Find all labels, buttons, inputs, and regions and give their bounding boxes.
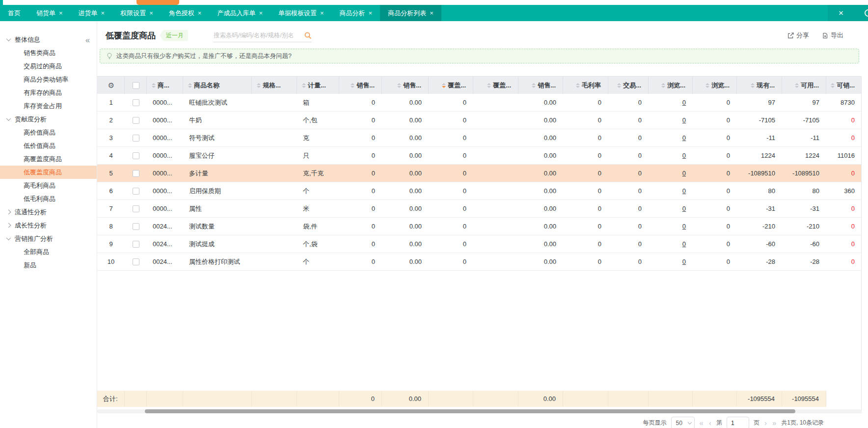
table-row-3[interactable]: 30000...符号测试克00.0000.000000-11-110 (97, 129, 861, 147)
row-checkbox[interactable] (133, 205, 139, 212)
column-header-毛利率[interactable]: 毛利率 (563, 77, 608, 94)
views-link[interactable]: 0 (682, 99, 686, 106)
next-page-button[interactable]: › (764, 419, 767, 427)
tab-商品分析列表[interactable]: 商品分析列表× (380, 5, 441, 21)
prev-page-button[interactable]: ‹ (708, 419, 712, 427)
tab-首页[interactable]: 首页 (0, 5, 28, 21)
share-button[interactable]: 分享 (787, 31, 809, 40)
page-size-select[interactable]: 50 (671, 417, 695, 428)
tab-进货单[interactable]: 进货单× (71, 5, 113, 21)
sort-caret-icon[interactable] (532, 83, 536, 88)
tab-权限设置[interactable]: 权限设置× (112, 5, 161, 21)
scrollbar-thumb[interactable] (145, 409, 795, 413)
sort-caret-icon[interactable] (617, 83, 621, 88)
tab-overflow-icon[interactable] (865, 9, 868, 17)
gear-icon[interactable]: ⚙ (108, 81, 114, 90)
column-header-gear[interactable]: ⚙ (97, 77, 125, 94)
views-link[interactable]: 0 (682, 240, 686, 248)
sidebar-item-高覆盖度商品[interactable]: 高覆盖度商品 (0, 152, 97, 166)
tab-close-icon[interactable]: × (101, 9, 105, 17)
tab-单据模板设置[interactable]: 单据模板设置× (271, 5, 332, 21)
last-page-button[interactable]: » (772, 419, 777, 427)
views-link[interactable]: 0 (682, 205, 686, 212)
row-checkbox[interactable] (133, 117, 139, 124)
sort-caret-icon[interactable] (351, 83, 354, 88)
search-input[interactable] (214, 32, 304, 39)
tab-close-icon[interactable]: × (430, 9, 434, 17)
sidebar-group-成长性分析[interactable]: 成长性分析 (0, 219, 97, 232)
tab-close-icon[interactable]: × (59, 9, 63, 17)
horizontal-scrollbar[interactable] (97, 409, 862, 413)
column-header-check[interactable] (125, 77, 147, 94)
column-header-计量...[interactable]: 计量... (297, 77, 339, 94)
table-row-7[interactable]: 70000...属性米00.0000.000000-31-310 (97, 200, 861, 218)
sidebar-item-高价值商品[interactable]: 高价值商品 (0, 126, 97, 139)
tab-close-icon[interactable]: × (259, 9, 263, 17)
sidebar-collapse-button[interactable]: « (85, 36, 90, 45)
views-link[interactable]: 0 (682, 116, 686, 124)
tab-close-icon[interactable]: × (369, 9, 373, 17)
sort-caret-icon[interactable] (302, 83, 306, 88)
sidebar-group-整体信息[interactable]: 整体信息 (0, 33, 97, 46)
column-header-浏览...[interactable]: 浏览... (649, 77, 693, 94)
sort-caret-icon[interactable] (397, 83, 401, 88)
sort-caret-icon[interactable] (705, 83, 709, 88)
views-link[interactable]: 0 (682, 258, 686, 265)
table-row-9[interactable]: 90024...测试提成个,袋00.0000.000000-60-600 (97, 235, 861, 253)
tab-close-icon[interactable]: × (149, 9, 153, 17)
sort-caret-icon[interactable] (257, 83, 261, 88)
column-header-销售...[interactable]: 销售... (339, 77, 382, 94)
column-header-交易...[interactable]: 交易... (608, 77, 649, 94)
row-checkbox[interactable] (133, 188, 139, 195)
sidebar-item-低价值商品[interactable]: 低价值商品 (0, 139, 97, 152)
sidebar-group-流通性分析[interactable]: 流通性分析 (0, 205, 97, 219)
first-page-button[interactable]: « (699, 419, 704, 427)
column-header-浏览...[interactable]: 浏览... (693, 77, 737, 94)
tab-角色授权[interactable]: 角色授权× (161, 5, 210, 21)
search-icon[interactable] (304, 31, 312, 39)
sidebar-item-低覆盖度商品[interactable]: 低覆盖度商品 (0, 166, 97, 179)
export-button[interactable]: 导出 (822, 31, 843, 40)
sort-caret-icon[interactable] (661, 83, 665, 88)
sidebar-item-销售类商品[interactable]: 销售类商品 (0, 46, 97, 59)
sidebar-group-贡献度分析[interactable]: 贡献度分析 (0, 113, 97, 126)
sidebar-item-高毛利商品[interactable]: 高毛利商品 (0, 179, 97, 192)
row-checkbox[interactable] (133, 223, 139, 230)
sort-caret-icon[interactable] (152, 83, 156, 88)
sidebar-item-有库存的商品[interactable]: 有库存的商品 (0, 86, 97, 99)
views-link[interactable]: 0 (682, 223, 686, 230)
column-header-可销...[interactable]: 可销... (826, 77, 862, 94)
sidebar-item-交易过的商品[interactable]: 交易过的商品 (0, 59, 97, 73)
sort-caret-icon[interactable] (576, 83, 580, 88)
table-row-8[interactable]: 80024...测试数量袋,件00.0000.000000-210-2100 (97, 218, 861, 235)
tab-close-icon[interactable]: × (320, 9, 324, 17)
sort-caret-icon[interactable] (751, 83, 755, 88)
table-row-1[interactable]: 10000...旺铺批次测试箱00.0000.00000097978730 (97, 94, 861, 112)
row-checkbox[interactable] (133, 258, 139, 265)
views-link[interactable]: 0 (682, 152, 686, 159)
row-checkbox[interactable] (133, 99, 139, 106)
sidebar-item-全部商品[interactable]: 全部商品 (0, 245, 97, 258)
column-header-商品名称[interactable]: 商品名称 (183, 77, 252, 94)
column-header-销售...[interactable]: 销售... (382, 77, 429, 94)
row-checkbox[interactable] (133, 170, 139, 177)
sort-caret-icon[interactable] (795, 83, 799, 88)
tab-close-icon[interactable]: × (198, 9, 202, 17)
sort-caret-icon[interactable] (831, 83, 835, 88)
sort-caret-icon[interactable] (188, 83, 192, 88)
column-header-现有...[interactable]: 现有... (737, 77, 782, 94)
table-row-6[interactable]: 60000...启用保质期个00.0000.0000008080360 (97, 182, 861, 200)
table-row-4[interactable]: 40000...服宝公仔只00.0000.0000001224122411016 (97, 147, 861, 165)
tab-销货单[interactable]: 销货单× (28, 5, 71, 21)
table-row-5[interactable]: 50000...多计量克,千克00.0000.000000-1089510-10… (97, 165, 861, 182)
views-link[interactable]: 0 (682, 187, 686, 195)
table-row-10[interactable]: 100024...属性价格打印测试个00.0000.000000-28-280 (97, 253, 861, 271)
sort-caret-icon[interactable] (442, 83, 446, 88)
tab-商品分析[interactable]: 商品分析× (332, 5, 380, 21)
table-row-2[interactable]: 20000...牛奶个,包00.0000.000000-7105-71050 (97, 112, 861, 129)
column-header-规格...[interactable]: 规格... (252, 77, 297, 94)
sidebar-group-营销推广分析[interactable]: 营销推广分析 (0, 232, 97, 245)
views-link[interactable]: 0 (682, 134, 686, 142)
row-checkbox[interactable] (133, 152, 139, 159)
views-link[interactable]: 0 (682, 170, 686, 177)
